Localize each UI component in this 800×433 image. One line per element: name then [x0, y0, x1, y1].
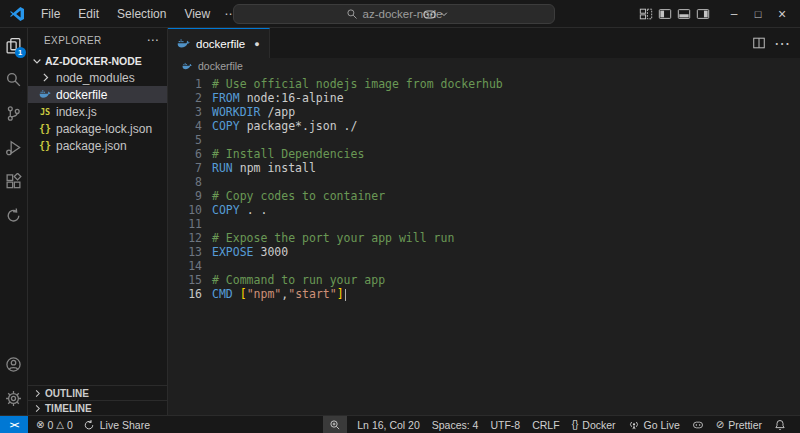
menu-edit[interactable]: Edit [70, 4, 107, 24]
docker-whale-icon [38, 88, 52, 102]
more-actions-icon[interactable]: ⋯ [774, 34, 790, 53]
explorer-actions-icon[interactable]: ⋯ [147, 33, 159, 47]
live-share-status[interactable]: Live Share [83, 419, 150, 431]
sidebar-sections: OUTLINETIMELINE [28, 385, 167, 415]
remote-indicator[interactable]: >< [0, 416, 28, 433]
line-content: RUN npm install [202, 161, 316, 175]
line-number: 15 [168, 273, 202, 287]
code-line-6: 6# Install Dependencies [168, 147, 800, 161]
editor-actions: ⋯ [752, 28, 800, 58]
slash-circle-icon: ⊘ [716, 419, 724, 430]
code-line-14: 14 [168, 259, 800, 273]
live-share-icon [83, 419, 95, 431]
toggle-secondary-sidebar-icon[interactable] [693, 0, 712, 28]
run-debug-icon[interactable] [0, 130, 28, 164]
command-center-search[interactable]: az-docker-node [233, 4, 555, 24]
magnifier-plus-icon [329, 419, 341, 431]
file-dockerfile[interactable]: dockerfile [28, 86, 167, 103]
indentation-status[interactable]: Spaces: 4 [426, 416, 485, 433]
json-file-icon: {} [38, 122, 52, 136]
line-content: FROM node:16-alpine [202, 91, 344, 105]
menu-view[interactable]: View [176, 4, 218, 24]
line-number: 4 [168, 119, 202, 133]
search-icon[interactable] [0, 62, 28, 96]
file-tree: node_modulesdockerfileJSindex.js{}packag… [28, 69, 167, 154]
indentation-label: Spaces: 4 [432, 419, 479, 431]
code-line-9: 9# Copy codes to container [168, 189, 800, 203]
title-bar: FileEditSelectionView ⋯ ← → az-docker-no… [0, 0, 800, 28]
titlebar-right [636, 0, 800, 28]
toggle-panel-icon[interactable] [674, 0, 693, 28]
chevron-right-icon [38, 71, 52, 85]
section-outline[interactable]: OUTLINE [28, 385, 167, 400]
code-line-3: 3WORKDIR /app [168, 105, 800, 119]
line-content: # Install Dependencies [202, 147, 364, 161]
line-number: 6 [168, 147, 202, 161]
source-control-icon[interactable] [0, 96, 28, 130]
code-editor[interactable]: 1# Use official nodejs image from docker… [168, 74, 800, 415]
line-number: 1 [168, 77, 202, 91]
text-cursor [345, 289, 346, 301]
section-label: TIMELINE [45, 403, 92, 414]
line-number: 13 [168, 245, 202, 259]
line-number: 12 [168, 231, 202, 245]
copilot-menu[interactable] [422, 0, 449, 28]
customize-layout-icon[interactable] [636, 0, 655, 28]
cursor-position-label: Ln 16, Col 20 [357, 419, 419, 431]
close-button[interactable] [770, 0, 794, 28]
code-line-7: 7RUN npm install [168, 161, 800, 175]
eol-sequence-status[interactable]: CRLF [526, 416, 565, 433]
live-share-label: Live Share [100, 419, 150, 431]
file-name: package-lock.json [56, 122, 152, 136]
sidebar-title: EXPLORER [44, 35, 102, 46]
prettier-status[interactable]: ⊘Prettier [710, 416, 768, 433]
warnings-count: 0 [67, 419, 73, 431]
code-line-15: 15# Command to run your app [168, 273, 800, 287]
copilot-icon [692, 419, 704, 431]
copilot-status-status[interactable] [686, 416, 710, 433]
line-content: # Copy codes to container [202, 189, 385, 203]
prettier-label: Prettier [728, 419, 762, 431]
file-package.json[interactable]: {}package.json [28, 137, 167, 154]
line-content: # Expose the port your app will run [202, 231, 454, 245]
modified-dot-icon[interactable]: ● [254, 39, 259, 49]
line-number: 5 [168, 133, 202, 147]
section-timeline[interactable]: TIMELINE [28, 400, 167, 415]
line-content: # Use official nodejs image from dockerh… [202, 77, 503, 91]
encoding-status[interactable]: UTF-8 [484, 416, 526, 433]
file-package-lock.json[interactable]: {}package-lock.json [28, 120, 167, 137]
toggle-sidebar-icon[interactable] [655, 0, 674, 28]
explorer-sidebar: EXPLORER ⋯ AZ-DOCKER-NODE node_modulesdo… [28, 28, 168, 415]
chevron-down-icon [31, 55, 43, 67]
split-editor-icon[interactable] [752, 36, 766, 50]
maximize-button[interactable] [746, 0, 770, 28]
problems-status[interactable]: ⊗ 0 △ 0 [36, 419, 73, 431]
zoom-indicator-status[interactable] [323, 416, 347, 433]
tab-dockerfile[interactable]: dockerfile ● [168, 28, 270, 58]
errors-icon: ⊗ [36, 419, 44, 430]
line-number: 10 [168, 203, 202, 217]
breadcrumb[interactable]: dockerfile [168, 58, 800, 74]
code-line-10: 10COPY . . [168, 203, 800, 217]
window-controls [722, 0, 794, 28]
js-file-icon: JS [38, 105, 52, 119]
menu-file[interactable]: File [33, 4, 68, 24]
editor-group: dockerfile ● ⋯ dockerfile 1# Use officia… [168, 28, 800, 415]
code-line-13: 13EXPOSE 3000 [168, 245, 800, 259]
live-share-icon[interactable] [0, 198, 28, 232]
explorer-icon[interactable]: 1 [0, 28, 28, 62]
file-index.js[interactable]: JSindex.js [28, 103, 167, 120]
cursor-position-status[interactable]: Ln 16, Col 20 [351, 416, 425, 433]
notifications-status[interactable] [768, 416, 792, 433]
file-node_modules[interactable]: node_modules [28, 69, 167, 86]
language-mode-status[interactable]: {}Docker [566, 416, 622, 433]
minimize-button[interactable] [722, 0, 746, 28]
workspace-root-folder[interactable]: AZ-DOCKER-NODE [28, 52, 167, 69]
menu-bar: FileEditSelectionView [33, 4, 218, 24]
extensions-icon[interactable] [0, 164, 28, 198]
accounts-icon[interactable] [0, 347, 28, 381]
go-live-status[interactable]: Go Live [622, 416, 686, 433]
menu-selection[interactable]: Selection [109, 4, 174, 24]
line-number: 9 [168, 189, 202, 203]
settings-icon[interactable] [0, 381, 28, 415]
